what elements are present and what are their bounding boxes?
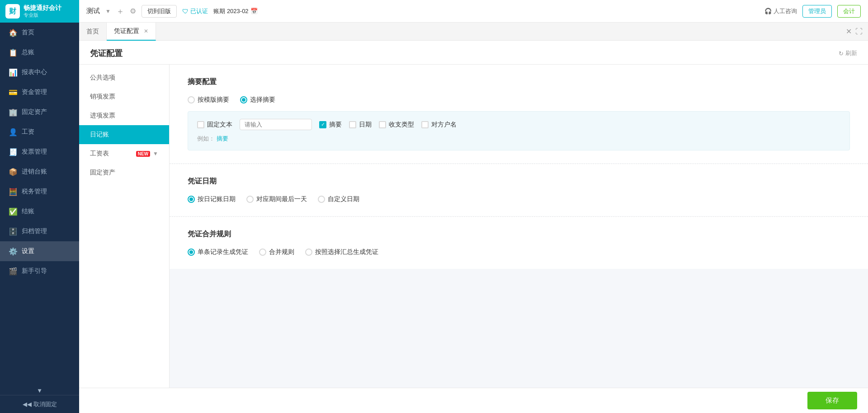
radio-custom-date-circle [318, 196, 325, 203]
sidebar-label-reports: 报表中心 [22, 68, 47, 76]
sidebar-item-reports[interactable]: 📊 报表中心 [0, 62, 79, 82]
left-nav-public[interactable]: 公共选项 [79, 68, 169, 87]
summary-radio-template[interactable]: 按模版摘要 [188, 96, 229, 104]
merge-radio-select-summary[interactable]: 按照选择汇总生成凭证 [305, 248, 378, 256]
example-value: 摘要 [217, 135, 228, 142]
tab-home-label: 首页 [86, 28, 99, 36]
refresh-btn[interactable]: ↻ 刷新 [839, 49, 857, 57]
logo-sub: 专业版 [24, 12, 61, 19]
refresh-icon: ↻ [839, 50, 844, 57]
calendar-icon[interactable]: 📅 [250, 8, 258, 14]
radio-select-summary-label: 按照选择汇总生成凭证 [315, 248, 378, 256]
radio-single-label: 单条记录生成凭证 [198, 248, 248, 256]
example-text: 例如： 摘要 [197, 135, 840, 143]
content-area: 公共选项 销项发票 进项发票 日记账 工资表 NEW ▼ 固定资产 [79, 65, 868, 413]
main-content: 凭证配置 ↻ 刷新 公共选项 销项发票 进项发票 日记账 工资表 NEW [79, 41, 868, 413]
topbar-gear-btn[interactable]: ⚙ [130, 7, 136, 15]
radio-journal-date-label: 按日记账日期 [198, 195, 236, 203]
example-prefix: 例如： [197, 135, 215, 142]
fixed-text-input[interactable] [240, 119, 312, 130]
archive-icon: 🗄️ [9, 227, 17, 235]
sidebar-item-funds[interactable]: 💳 资金管理 [0, 82, 79, 102]
left-nav-sales-invoice-label: 销项发票 [90, 93, 115, 101]
date-radio-custom[interactable]: 自定义日期 [318, 195, 359, 203]
sidebar-item-tax[interactable]: 🧮 税务管理 [0, 182, 79, 202]
reports-icon: 📊 [9, 68, 17, 76]
consult-btn[interactable]: 🎧 人工咨询 [764, 7, 797, 15]
sidebar-label-fixed-assets: 固定资产 [22, 108, 47, 116]
sidebar-label-ledger: 总账 [22, 48, 34, 56]
left-nav-purchase-invoice[interactable]: 进项发票 [79, 106, 169, 125]
left-nav-salary-table[interactable]: 工资表 NEW ▼ [79, 144, 169, 163]
merge-rule-section: 凭证合并规则 单条记录生成凭证 合并规则 按照选择汇总生成凭证 [170, 216, 868, 269]
left-nav-fixed-assets[interactable]: 固定资产 [79, 163, 169, 182]
sidebar-label-guide: 新手引导 [22, 267, 47, 275]
counterparty-checkbox[interactable]: 对方户名 [421, 121, 457, 129]
sidebar: 财 畅捷通好会计 专业版 🏠 首页 📋 总账 📊 报表中心 💳 资金管理 🏢 固… [0, 0, 79, 413]
tab-home[interactable]: 首页 [79, 23, 107, 41]
tab-expand-btn[interactable]: ⛶ [855, 28, 863, 36]
logo-text: 畅捷通好会计 [24, 4, 61, 12]
sidebar-item-sales-purchase[interactable]: 📦 进销台账 [0, 162, 79, 182]
radio-merge-label: 合并规则 [269, 248, 294, 256]
tab-close-btn[interactable]: ✕ [144, 28, 148, 34]
merge-radio-merge[interactable]: 合并规则 [259, 248, 294, 256]
sales-purchase-icon: 📦 [9, 168, 17, 176]
left-nav-salary-table-label: 工资表 [90, 150, 109, 158]
fixed-assets-icon: 🏢 [9, 108, 17, 116]
cancel-fixed-btn[interactable]: ◀◀ 取消固定 [0, 395, 79, 413]
page-header: 凭证配置 ↻ 刷新 [79, 41, 868, 65]
sidebar-label-settings: 设置 [22, 247, 34, 255]
sidebar-item-archive[interactable]: 🗄️ 归档管理 [0, 221, 79, 241]
voucher-date-radio-group: 按日记账日期 对应期间最后一天 自定义日期 [188, 195, 850, 203]
sidebar-item-salary[interactable]: 👤 工资 [0, 122, 79, 142]
left-nav: 公共选项 销项发票 进项发票 日记账 工资表 NEW ▼ 固定资产 [79, 65, 170, 413]
sidebar-item-closing[interactable]: ✅ 结账 [0, 202, 79, 221]
cancel-fixed-icon: ◀◀ [23, 401, 32, 408]
left-nav-journal[interactable]: 日记账 [79, 125, 169, 144]
sidebar-item-invoice[interactable]: 🧾 发票管理 [0, 142, 79, 162]
topbar-add-btn[interactable]: ＋ [116, 6, 124, 17]
left-nav-sales-invoice[interactable]: 销项发票 [79, 87, 169, 106]
sidebar-scroll-down[interactable]: ▼ [0, 386, 79, 395]
sidebar-label-sales-purchase: 进销台账 [22, 168, 47, 176]
fixed-text-checkbox[interactable]: 固定文本 [197, 121, 232, 129]
date-checkbox-label: 日期 [359, 121, 372, 129]
sidebar-label-closing: 结账 [22, 207, 34, 216]
cancel-fixed-label: 取消固定 [33, 400, 57, 408]
tab-voucher-config[interactable]: 凭证配置 ✕ [107, 23, 156, 41]
certified-badge: 🛡 已认证 [182, 7, 208, 15]
sidebar-item-ledger[interactable]: 📋 总账 [0, 42, 79, 62]
tab-close-all-btn[interactable]: ✕ [846, 27, 852, 36]
funds-icon: 💳 [9, 88, 17, 96]
logo-icon: 财 [5, 4, 20, 19]
income-type-checkbox-label: 收支类型 [389, 121, 414, 129]
period-value: 2023-02 [227, 8, 249, 14]
radio-merge-circle [259, 249, 266, 256]
refresh-label: 刷新 [845, 49, 857, 57]
date-radio-period-last[interactable]: 对应期间最后一天 [246, 195, 307, 203]
date-checkbox[interactable]: 日期 [349, 121, 372, 129]
merge-radio-single[interactable]: 单条记录生成凭证 [188, 248, 248, 256]
summary-checkbox-label: 摘要 [329, 121, 342, 129]
left-nav-journal-label: 日记账 [90, 131, 109, 139]
tab-voucher-config-label: 凭证配置 [114, 27, 139, 35]
sidebar-item-home[interactable]: 🏠 首页 [0, 23, 79, 42]
summary-checkbox[interactable]: ✓ 摘要 [319, 121, 342, 129]
sidebar-item-fixed-assets[interactable]: 🏢 固定资产 [0, 102, 79, 122]
sidebar-item-guide[interactable]: 🎬 新手引导 [0, 261, 79, 281]
radio-period-last-circle [246, 196, 254, 203]
sidebar-item-settings[interactable]: ⚙️ 设置 [0, 241, 79, 261]
period-info: 账期 2023-02 📅 [213, 7, 258, 15]
manager-btn[interactable]: 管理员 [802, 5, 832, 18]
sidebar-label-home: 首页 [22, 28, 34, 37]
ledger-icon: 📋 [9, 48, 17, 56]
summary-config-row: 固定文本 ✓ 摘要 日期 收支类型 [197, 119, 840, 130]
summary-radio-select[interactable]: 选择摘要 [240, 96, 275, 104]
date-radio-journal[interactable]: 按日记账日期 [188, 195, 236, 203]
topbar-dropdown-arrow[interactable]: ▼ [105, 8, 111, 14]
save-btn[interactable]: 保存 [807, 392, 857, 409]
income-type-checkbox[interactable]: 收支类型 [379, 121, 414, 129]
accountant-btn[interactable]: 会计 [837, 5, 861, 18]
switch-old-version-btn[interactable]: 切到旧版 [142, 5, 177, 18]
